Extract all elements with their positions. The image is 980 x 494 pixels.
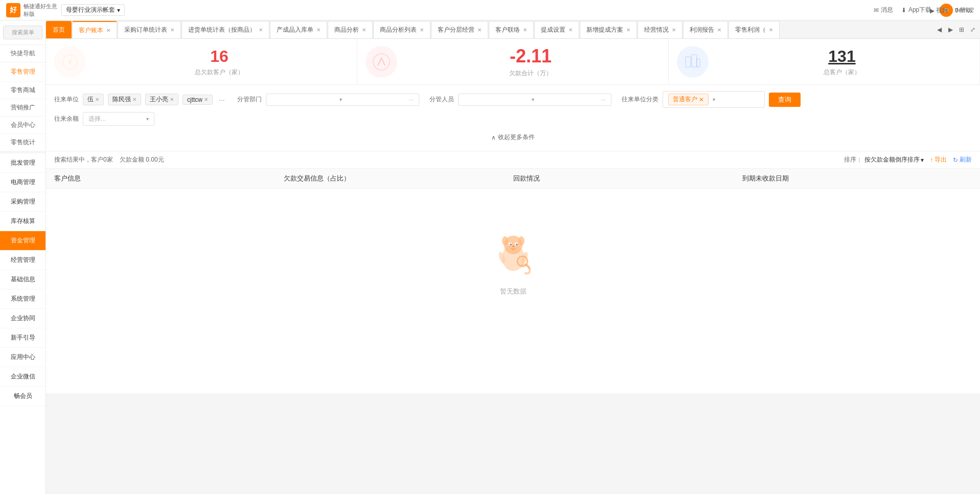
dept-extra-btn[interactable]: ··· bbox=[408, 97, 413, 103]
tab-ops-status[interactable]: 经营情况 ✕ bbox=[637, 21, 682, 38]
tag-close-1[interactable]: ✕ bbox=[95, 97, 99, 102]
svg-rect-5 bbox=[697, 59, 700, 67]
account-selector[interactable]: 母婴行业演示帐套 ▾ bbox=[61, 4, 125, 16]
dept-filter-label: 分管部门 bbox=[237, 95, 262, 104]
page-content: ¥ 16 总欠款客户（家） bbox=[46, 39, 980, 494]
tab-close-purchase-stats[interactable]: ✕ bbox=[259, 27, 263, 33]
tab-customer-contact[interactable]: 客户联络 ✕ bbox=[489, 21, 534, 38]
tab-scroll-left[interactable]: ◀ bbox=[934, 25, 944, 35]
sidebar-item-ops[interactable]: 经营管理 bbox=[0, 251, 45, 270]
refresh-button[interactable]: ↻ 刷新 bbox=[953, 155, 972, 164]
sort-control: 排序： 按欠款金额倒序排序 ▾ bbox=[844, 155, 924, 164]
sidebar-item-purchase[interactable]: 采购管理 bbox=[0, 192, 45, 212]
tab-product-analysis[interactable]: 商品分析 ✕ bbox=[328, 21, 373, 38]
sidebar-item-vip[interactable]: 畅会员 bbox=[0, 387, 45, 406]
tab-close-customer-segment[interactable]: ✕ bbox=[477, 27, 482, 33]
stat-card-total: 131 总客户（家） bbox=[669, 39, 980, 84]
tab-close-promotion-settings[interactable]: ✕ bbox=[568, 27, 573, 33]
sidebar-item-corp-wechat[interactable]: 企业微信 bbox=[0, 367, 45, 387]
tab-close-customer-accounts[interactable]: ✕ bbox=[106, 28, 110, 33]
stat-icon-total bbox=[677, 46, 709, 78]
stat-icon-customers: ¥ bbox=[54, 46, 86, 78]
personnel-filter-label: 分管人员 bbox=[429, 95, 454, 104]
app-download-action[interactable]: ⬇ App下载 bbox=[901, 6, 931, 14]
empty-illustration bbox=[493, 230, 534, 281]
tab-close-ops-status[interactable]: ✕ bbox=[672, 27, 676, 33]
export-icon: ↑ bbox=[930, 156, 933, 164]
stat-card-customers: ¥ 16 总欠款客户（家） bbox=[46, 39, 357, 84]
tab-product-inbound[interactable]: 产成品入库单 ✕ bbox=[270, 21, 327, 38]
filter-tag-unit-1[interactable]: 伍 ✕ bbox=[83, 94, 104, 105]
tab-profit-report[interactable]: 利润报告 ✕ bbox=[683, 21, 728, 38]
tab-nav-buttons: ◀ ▶ ⊞ ⤢ bbox=[932, 20, 980, 39]
download-icon: ⬇ bbox=[901, 7, 906, 14]
tab-close-customer-contact[interactable]: ✕ bbox=[523, 27, 527, 33]
result-info: 搜索结果中，客户0家 欠款金额 0.00元 bbox=[54, 155, 164, 164]
sidebar-item-retail-mall[interactable]: 零售商城 bbox=[0, 82, 45, 99]
sidebar-item-basic-info[interactable]: 基础信息 bbox=[0, 270, 45, 289]
filter-tag-unit-4[interactable]: cjttcw ✕ bbox=[183, 95, 213, 105]
sidebar-item-new-guide[interactable]: 新手引导 bbox=[0, 328, 45, 348]
tab-home[interactable]: 首页 bbox=[46, 21, 72, 38]
export-button[interactable]: ↑ 导出 bbox=[930, 155, 947, 164]
tab-fullscreen[interactable]: ⤢ bbox=[968, 25, 978, 35]
dept-select[interactable]: ▾ ··· bbox=[266, 94, 419, 106]
personnel-extra-btn[interactable]: ··· bbox=[601, 97, 605, 103]
amount-select[interactable]: 选择... ▾ bbox=[83, 112, 154, 126]
tab-close-purchase-order[interactable]: ✕ bbox=[170, 27, 174, 33]
query-button[interactable]: 查询 bbox=[769, 93, 801, 107]
tab-new-promotion[interactable]: 新增提成方案 ✕ bbox=[580, 21, 637, 38]
stat-label-customers: 总欠款客户（家） bbox=[195, 68, 244, 77]
search-menu-button[interactable]: 搜索菜单 bbox=[3, 26, 42, 39]
quick-nav-button[interactable]: 快捷导航 bbox=[0, 45, 45, 62]
tab-customer-segment[interactable]: 客户分层经营 ✕ bbox=[431, 21, 488, 38]
tab-expand[interactable]: ⊞ bbox=[956, 25, 967, 35]
tag-close-4[interactable]: ✕ bbox=[204, 97, 208, 102]
sidebar-item-retail-mgmt[interactable]: 零售管理 bbox=[0, 62, 45, 82]
tab-customer-accounts[interactable]: 客户账本 ✕ bbox=[72, 21, 117, 38]
tab-purchase-order[interactable]: 采购订单统计表 ✕ bbox=[118, 21, 181, 38]
sidebar-item-capital[interactable]: 资金管理 bbox=[0, 231, 45, 251]
tab-close-product-analysis[interactable]: ✕ bbox=[362, 27, 366, 33]
more-tags-dots[interactable]: ··· bbox=[217, 95, 227, 105]
tab-close-retail-profit[interactable]: ✕ bbox=[769, 27, 773, 33]
collapse-row: ∧ 收起更多条件 bbox=[54, 130, 972, 145]
filter-tag-unit-3[interactable]: 王小亮 ✕ bbox=[145, 94, 178, 105]
top-bar: 好 畅捷通好生意 标版 母婴行业演示帐套 ▾ ✉ 消息 ⬇ App下载 D de… bbox=[0, 0, 980, 20]
message-action[interactable]: ✉ 消息 bbox=[874, 6, 893, 14]
tab-close-profit-report[interactable]: ✕ bbox=[717, 27, 721, 33]
tab-close-new-promotion[interactable]: ✕ bbox=[626, 27, 630, 33]
sidebar-item-marketing[interactable]: 营销推广 bbox=[0, 99, 45, 117]
sidebar-item-wholesale[interactable]: 批发管理 bbox=[0, 153, 45, 173]
collapse-button[interactable]: ∧ 收起更多条件 bbox=[54, 130, 972, 145]
sidebar-item-member-center[interactable]: 会员中心 bbox=[0, 117, 45, 134]
sidebar-item-corp-coop[interactable]: 企业协同 bbox=[0, 309, 45, 328]
tab-close-product-analysis-list[interactable]: ✕ bbox=[420, 27, 424, 33]
sidebar-item-app-center[interactable]: 应用中心 bbox=[0, 348, 45, 367]
th-customer-info: 客户信息 bbox=[54, 174, 284, 183]
tab-purchase-stats[interactable]: 进货单统计表（按商品） ✕ bbox=[181, 21, 269, 38]
stat-info-customers: 16 总欠款客户（家） bbox=[195, 47, 244, 77]
category-tag-normal[interactable]: 普通客户 ✕ bbox=[668, 94, 709, 105]
category-select[interactable]: 普通客户 ✕ ▾ bbox=[663, 91, 765, 108]
message-icon: ✉ bbox=[874, 7, 879, 14]
personnel-select[interactable]: ▾ ··· bbox=[458, 94, 611, 106]
stat-info-total: 131 总客户（家） bbox=[824, 47, 860, 77]
category-tag-close[interactable]: ✕ bbox=[699, 96, 704, 103]
sidebar-item-inventory[interactable]: 库存核算 bbox=[0, 212, 45, 231]
sidebar-item-retail-stats[interactable]: 零售统计 bbox=[0, 134, 45, 151]
sidebar-item-sys[interactable]: 系统管理 bbox=[0, 289, 45, 309]
empty-state: 暂无数据 bbox=[46, 189, 980, 337]
tab-promotion-settings[interactable]: 提成设置 ✕ bbox=[534, 21, 579, 38]
sidebar-item-ecommerce[interactable]: 电商管理 bbox=[0, 173, 45, 192]
tab-close-product-inbound[interactable]: ✕ bbox=[316, 27, 321, 33]
tab-retail-profit[interactable]: 零售利润（ ✕ bbox=[728, 21, 780, 38]
svg-point-2 bbox=[373, 54, 390, 70]
tag-close-2[interactable]: ✕ bbox=[132, 97, 136, 102]
tag-close-3[interactable]: ✕ bbox=[170, 97, 174, 102]
svg-rect-4 bbox=[692, 55, 697, 67]
filter-tag-unit-2[interactable]: 陈民强 ✕ bbox=[108, 94, 141, 105]
sort-select[interactable]: 按欠款金额倒序排序 ▾ bbox=[864, 155, 924, 164]
tab-scroll-right[interactable]: ▶ bbox=[945, 25, 955, 35]
tab-product-analysis-list[interactable]: 商品分析列表 ✕ bbox=[373, 21, 430, 38]
